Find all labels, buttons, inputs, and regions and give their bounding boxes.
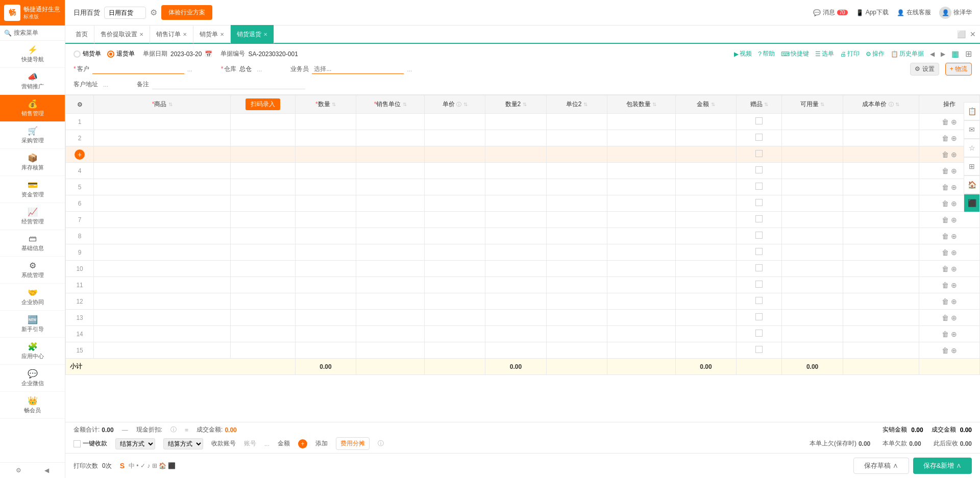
- row-qty2-cell[interactable]: [485, 310, 546, 326]
- tab-return[interactable]: 销货退货 ✕: [231, 25, 274, 43]
- copy-icon[interactable]: ⊕: [951, 248, 957, 257]
- sort-unit-icon[interactable]: ⇅: [403, 102, 407, 107]
- delete-icon[interactable]: 🗑: [942, 183, 949, 191]
- row-amount-cell[interactable]: [675, 244, 736, 261]
- copy-icon[interactable]: ⊕: [951, 199, 957, 208]
- sort-product-icon[interactable]: ⇅: [168, 102, 173, 107]
- row-product-cell[interactable]: [94, 342, 231, 359]
- row-pack-cell[interactable]: [607, 130, 675, 146]
- row-amount-cell[interactable]: [675, 342, 736, 359]
- row-avail-cell[interactable]: [782, 195, 843, 212]
- row-qty-cell[interactable]: [295, 293, 356, 310]
- row-cost-cell[interactable]: [843, 261, 919, 277]
- row-gift-cell[interactable]: [737, 277, 782, 293]
- row-gift-cell[interactable]: [737, 146, 782, 163]
- row-price-cell[interactable]: [425, 342, 485, 359]
- row-price-cell[interactable]: [425, 326, 485, 342]
- save-new-btn[interactable]: 保存&新增 ∧: [913, 458, 972, 474]
- row-price-cell[interactable]: [425, 293, 485, 310]
- row-product-cell[interactable]: [94, 228, 231, 244]
- row-qty-cell[interactable]: [295, 212, 356, 228]
- row-gift-cell[interactable]: [737, 114, 782, 130]
- gift-checkbox[interactable]: [755, 199, 763, 206]
- copy-icon[interactable]: ⊕: [951, 297, 957, 306]
- bank-ellipsis[interactable]: ...: [264, 440, 270, 447]
- tab-sales-close[interactable]: ✕: [220, 32, 224, 37]
- sort-qty-icon[interactable]: ⇅: [332, 102, 336, 107]
- row-avail-cell[interactable]: [782, 261, 843, 277]
- sort-qty2-icon[interactable]: ⇅: [523, 102, 527, 107]
- delete-icon[interactable]: 🗑: [942, 314, 949, 322]
- list-view-icon[interactable]: ▦: [951, 49, 959, 59]
- row-qty2-cell[interactable]: [485, 277, 546, 293]
- row-avail-cell[interactable]: [782, 163, 843, 179]
- staff-input[interactable]: [312, 64, 404, 74]
- row-amount-cell[interactable]: [675, 179, 736, 195]
- row-price-cell[interactable]: [425, 244, 485, 261]
- sidebar-item-vip[interactable]: 👑 畅会员: [0, 392, 65, 419]
- onepay-checkbox[interactable]: [74, 440, 81, 447]
- row-amount-cell[interactable]: [675, 195, 736, 212]
- row-add-cell[interactable]: +: [66, 146, 94, 163]
- row-unit2-cell[interactable]: [546, 310, 607, 326]
- row-pack-cell[interactable]: [607, 146, 675, 163]
- row-unit2-cell[interactable]: [546, 163, 607, 179]
- float-btn-3[interactable]: ☆: [964, 139, 980, 157]
- row-amount-cell[interactable]: [675, 114, 736, 130]
- row-amount-cell[interactable]: [675, 310, 736, 326]
- row-qty-cell[interactable]: [295, 244, 356, 261]
- row-cost-cell[interactable]: [843, 163, 919, 179]
- delete-icon[interactable]: 🗑: [942, 346, 949, 355]
- row-qty2-cell[interactable]: [485, 179, 546, 195]
- float-btn-1[interactable]: 📋: [964, 102, 980, 120]
- row-unit2-cell[interactable]: [546, 277, 607, 293]
- sort-avail-icon[interactable]: ⇅: [820, 102, 824, 107]
- expense-split-btn[interactable]: 费用分摊: [336, 437, 370, 450]
- row-pack-cell[interactable]: [607, 342, 675, 359]
- gift-checkbox[interactable]: [755, 215, 763, 222]
- delete-icon[interactable]: 🗑: [942, 150, 949, 159]
- row-product-cell[interactable]: [94, 277, 231, 293]
- row-avail-cell[interactable]: [782, 310, 843, 326]
- row-qty-cell[interactable]: [295, 277, 356, 293]
- row-unit2-cell[interactable]: [546, 212, 607, 228]
- copy-icon[interactable]: ⊕: [951, 216, 957, 224]
- logistics-btn[interactable]: + 物流: [945, 63, 972, 76]
- row-pack-cell[interactable]: [607, 195, 675, 212]
- row-gift-cell[interactable]: [737, 228, 782, 244]
- row-pack-cell[interactable]: [607, 310, 675, 326]
- gift-checkbox[interactable]: [755, 297, 763, 304]
- row-qty-cell[interactable]: [295, 261, 356, 277]
- sort-pack-icon[interactable]: ⇅: [652, 102, 656, 107]
- row-cost-cell[interactable]: [843, 130, 919, 146]
- copy-icon[interactable]: ⊕: [951, 232, 957, 240]
- copy-icon[interactable]: ⊕: [951, 134, 957, 142]
- date-value[interactable]: 2023-03-20: [170, 51, 202, 58]
- row-qty2-cell[interactable]: [485, 130, 546, 146]
- sidebar-item-finance[interactable]: 💳 资金管理: [0, 176, 65, 203]
- gift-checkbox[interactable]: [755, 117, 763, 124]
- row-pack-cell[interactable]: [607, 326, 675, 342]
- gift-checkbox[interactable]: [755, 264, 763, 271]
- row-avail-cell[interactable]: [782, 342, 843, 359]
- copy-icon[interactable]: ⊕: [951, 281, 957, 289]
- row-product-cell[interactable]: [94, 130, 231, 146]
- row-unit2-cell[interactable]: [546, 179, 607, 195]
- row-cost-cell[interactable]: [843, 195, 919, 212]
- radio-return[interactable]: 退货单: [107, 49, 135, 58]
- row-price-cell[interactable]: [425, 261, 485, 277]
- row-unit-cell[interactable]: [356, 146, 425, 163]
- delete-icon[interactable]: 🗑: [942, 167, 949, 175]
- row-avail-cell[interactable]: [782, 146, 843, 163]
- action-history[interactable]: 📋 历史单据: [891, 49, 924, 58]
- add-row-btn[interactable]: +: [75, 149, 85, 160]
- customer-input[interactable]: [92, 64, 184, 74]
- daily-goods-dropdown[interactable]: 日用百货: [104, 7, 146, 19]
- action-help[interactable]: ? 帮助: [758, 49, 775, 58]
- row-pack-cell[interactable]: [607, 261, 675, 277]
- row-avail-cell[interactable]: [782, 293, 843, 310]
- gift-checkbox[interactable]: [755, 281, 763, 288]
- action-operate[interactable]: ⚙ 操作: [866, 49, 885, 58]
- row-amount-cell[interactable]: [675, 146, 736, 163]
- row-avail-cell[interactable]: [782, 114, 843, 130]
